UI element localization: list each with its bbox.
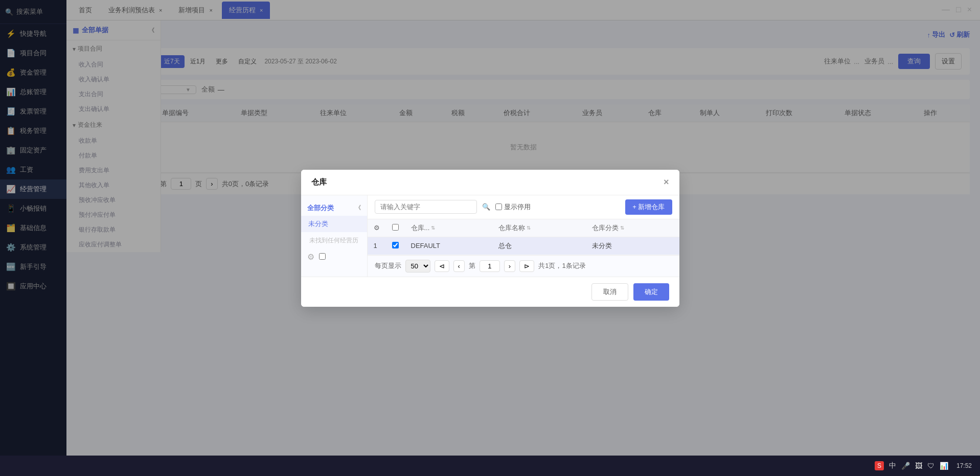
taskbar-icon-shield[interactable]: 🛡: [927, 462, 935, 470]
sort-category-icon: ⇅: [620, 225, 624, 231]
modal-sidebar-checkbox[interactable]: [319, 253, 326, 260]
show-disabled-label[interactable]: 显示停用: [495, 202, 531, 212]
modal-per-page-label: 每页显示: [375, 261, 401, 270]
modal-toolbar: 🔍 显示停用 + 新增仓库: [368, 195, 679, 219]
taskbar-icon-bar[interactable]: 📊: [940, 462, 948, 470]
modal-search-icon: 🔍: [482, 203, 490, 211]
modal-main: 🔍 显示停用 + 新增仓库 ⚙: [368, 195, 679, 277]
modal-sidebar: 全部分类 《 未分类 未找到任何经营历 ⚙: [301, 195, 368, 277]
modal-last-btn[interactable]: ⊳: [519, 260, 534, 272]
taskbar-icons: S 中 🎤 🖼 🛡 📊: [875, 461, 948, 470]
th-checkbox: [386, 219, 405, 237]
modal-close-btn[interactable]: ×: [664, 177, 669, 188]
modal-per-page-select[interactable]: 50: [405, 260, 430, 273]
show-disabled-checkbox[interactable]: [495, 203, 502, 210]
add-warehouse-btn[interactable]: + 新增仓库: [625, 199, 672, 215]
row-category: 未分类: [586, 237, 679, 255]
taskbar-icon-cam[interactable]: 🖼: [915, 462, 922, 470]
window-controls: — □ ×: [933, 0, 980, 19]
modal-cancel-btn[interactable]: 取消: [591, 283, 628, 301]
modal-table-body: 1 DEFAULT 总仓 未分类: [368, 237, 679, 255]
modal-overlay[interactable]: 仓库 × 全部分类 《 未分类 未找到任何经营历 ⚙: [0, 0, 980, 476]
modal-table: ⚙ 仓库... ⇅ 仓库名称: [368, 219, 679, 255]
maximize-btn[interactable]: □: [956, 5, 961, 14]
modal-table-row-1[interactable]: 1 DEFAULT 总仓 未分类: [368, 237, 679, 255]
modal-title: 仓库: [311, 177, 327, 187]
modal-next-btn[interactable]: ›: [504, 260, 515, 272]
taskbar-icon-s[interactable]: S: [875, 461, 884, 470]
row-1-checkbox[interactable]: [392, 242, 399, 248]
modal-search-input[interactable]: [375, 200, 477, 214]
modal-prev-btn[interactable]: ‹: [453, 260, 465, 272]
row-check: [386, 237, 405, 255]
modal-body: 全部分类 《 未分类 未找到任何经营历 ⚙ 🔍: [301, 195, 679, 277]
modal-footer: 取消 确定: [301, 277, 679, 307]
modal-first-btn[interactable]: ⊲: [435, 260, 449, 272]
th-gear-icon[interactable]: ⚙: [374, 224, 380, 232]
sort-code-icon: ⇅: [431, 225, 435, 231]
modal-table-wrap: ⚙ 仓库... ⇅ 仓库名称: [368, 219, 679, 255]
th-warehouse-name: 仓库名称 ⇅: [492, 219, 586, 237]
modal-header: 仓库 ×: [301, 170, 679, 195]
taskbar: S 中 🎤 🖼 🛡 📊 17:52: [0, 456, 980, 476]
sort-name-icon: ⇅: [527, 225, 531, 231]
taskbar-icon-zh[interactable]: 中: [889, 461, 896, 470]
taskbar-time: 17:52: [956, 462, 972, 469]
modal-sidebar-collapse[interactable]: 《: [355, 204, 361, 212]
th-warehouse-category: 仓库分类 ⇅: [586, 219, 679, 237]
warehouse-modal: 仓库 × 全部分类 《 未分类 未找到任何经营历 ⚙: [301, 170, 679, 307]
modal-table-header: ⚙ 仓库... ⇅ 仓库名称: [368, 219, 679, 237]
modal-total-info: 共1页，1条记录: [538, 261, 585, 270]
row-num: 1: [368, 237, 386, 255]
modal-gear-icon[interactable]: ⚙: [307, 253, 314, 261]
modal-confirm-btn[interactable]: 确定: [633, 283, 669, 301]
modal-sidebar-items: 未分类: [301, 216, 367, 232]
close-btn[interactable]: ×: [967, 5, 972, 14]
modal-sidebar-header: 全部分类 《: [301, 200, 367, 216]
modal-sidebar-settings: ⚙: [301, 249, 367, 265]
th-settings: ⚙: [368, 219, 386, 237]
modal-sidebar-uncategorized[interactable]: 未分类: [301, 216, 367, 232]
row-name: 总仓: [492, 237, 586, 255]
taskbar-icon-mic[interactable]: 🎤: [901, 462, 910, 470]
th-select-all[interactable]: [392, 224, 399, 231]
modal-pagination: 每页显示 50 ⊲ ‹ 第 › ⊳ 共1页，1条记录: [368, 255, 679, 277]
minimize-btn[interactable]: —: [942, 5, 950, 14]
no-category-found: 未找到任何经营历: [301, 232, 367, 249]
modal-page-input[interactable]: [480, 260, 500, 272]
row-code: DEFAULT: [405, 237, 492, 255]
all-category-label[interactable]: 全部分类: [307, 203, 334, 213]
th-warehouse-code: 仓库... ⇅: [405, 219, 492, 237]
modal-page-label: 第: [469, 261, 475, 270]
